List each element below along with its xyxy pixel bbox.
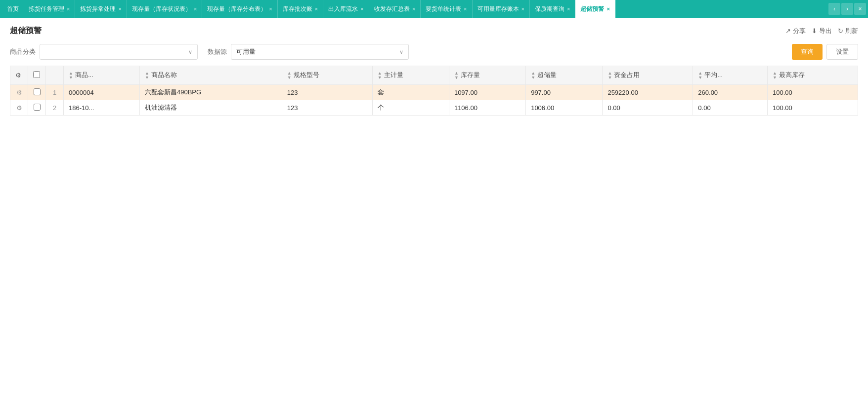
row-checkbox-cell	[28, 85, 46, 100]
close-tab-tab-baozhi-icon[interactable]: ×	[567, 6, 570, 12]
datasource-select-value: 可用量	[236, 47, 256, 56]
col-product-name[interactable]: ▲▼商品名称	[139, 66, 282, 85]
sort-avg-icon: ▲▼	[698, 71, 702, 80]
col-stock[interactable]: ▲▼库存量	[449, 66, 525, 85]
nav-tab-tab-baozhi[interactable]: 保质期查询×	[530, 0, 575, 18]
close-tab-tab-danjutj-icon[interactable]: ×	[464, 6, 467, 12]
close-tab-tab-kyzh-icon[interactable]: ×	[521, 6, 524, 12]
row-num: 2	[46, 100, 64, 116]
col-max-stock[interactable]: ▲▼最高库存	[767, 66, 858, 85]
share-button[interactable]: ↗ 分享	[785, 27, 806, 36]
max-stock: 100.00	[767, 85, 858, 100]
settings-button[interactable]: 设置	[826, 44, 858, 60]
page-actions: ↗ 分享 ⬇ 导出 ↻ 刷新	[785, 27, 858, 36]
filter-buttons: 查询 设置	[792, 44, 858, 60]
product-code: 0000004	[64, 85, 140, 100]
unit: 套	[372, 85, 449, 100]
nav-tab-tab-yichang[interactable]: 拣货异常处理×	[75, 0, 127, 18]
col-spec[interactable]: ▲▼规格型号	[282, 66, 372, 85]
close-tab-tab-huizong-icon[interactable]: ×	[412, 6, 415, 12]
gear-cell: ⚙	[10, 100, 28, 116]
close-tab-tab-chaochuyj-icon[interactable]: ×	[607, 6, 609, 12]
category-label: 商品分类	[10, 47, 36, 56]
spec: 123	[282, 100, 372, 116]
spec: 123	[282, 85, 372, 100]
col-avg[interactable]: ▲▼平均...	[693, 66, 768, 85]
sort-stock-icon: ▲▼	[454, 71, 459, 80]
nav-tab-tab-pici[interactable]: 库存批次账×	[278, 0, 323, 18]
max-stock: 100.00	[767, 100, 858, 116]
unit: 个	[372, 100, 449, 116]
product-name: 六配套新昌490BPG	[139, 85, 282, 100]
refresh-button[interactable]: ↻ 刷新	[838, 27, 858, 36]
close-tab-tab-pihuo-icon[interactable]: ×	[67, 6, 70, 12]
close-tab-tab-yichang-icon[interactable]: ×	[118, 6, 121, 12]
product-name: 机油滤清器	[139, 100, 282, 116]
stock: 1097.00	[449, 85, 525, 100]
col-gear[interactable]: ⚙	[10, 66, 28, 85]
nav-next-button[interactable]: ›	[841, 3, 853, 15]
nav-tab-tab-danjutj[interactable]: 要货单统计表×	[421, 0, 472, 18]
nav-tab-tab-kyzh[interactable]: 可用量库存账本×	[473, 0, 530, 18]
query-button[interactable]: 查询	[792, 44, 823, 60]
col-select-all[interactable]	[28, 66, 46, 85]
nav-tab-tab-liushui[interactable]: 出入库流水×	[323, 0, 369, 18]
close-tab-tab-xianzunl1-icon[interactable]: ×	[194, 6, 197, 12]
top-nav: 首页 拣货任务管理×拣货异常处理×现存量（库存状况表）×现存量（库存分布表）×库…	[0, 0, 868, 18]
avg: 0.00	[693, 100, 768, 116]
row-checkbox[interactable]	[34, 104, 41, 111]
table-row: ⚙2186-10...机油滤清器123个1106.001006.000.000.…	[10, 100, 858, 116]
nav-tab-tab-pihuo[interactable]: 拣货任务管理×	[24, 0, 75, 18]
export-button[interactable]: ⬇ 导出	[812, 27, 832, 36]
row-gear-icon[interactable]: ⚙	[16, 104, 22, 112]
sort-max-stock-icon: ▲▼	[773, 71, 777, 80]
stock: 1106.00	[449, 100, 525, 116]
page-title: 超储预警	[10, 26, 42, 36]
product-code: 186-10...	[64, 100, 140, 116]
sort-capital-icon: ▲▼	[608, 71, 612, 80]
col-unit[interactable]: ▲▼主计量	[372, 66, 449, 85]
col-capital[interactable]: ▲▼资金占用	[603, 66, 693, 85]
close-tab-tab-pici-icon[interactable]: ×	[315, 6, 318, 12]
capital: 0.00	[603, 100, 693, 116]
datasource-chevron-icon: ∨	[399, 49, 403, 55]
page-title-row: 超储预警 ↗ 分享 ⬇ 导出 ↻ 刷新	[10, 26, 858, 36]
table-row: ⚙10000004六配套新昌490BPG123套1097.00997.00259…	[10, 85, 858, 100]
row-gear-icon[interactable]: ⚙	[16, 89, 22, 96]
category-select[interactable]: ∨	[40, 44, 198, 60]
avg: 260.00	[693, 85, 768, 100]
category-filter: 商品分类 ∨	[10, 44, 198, 60]
nav-close-button[interactable]: ×	[854, 3, 866, 15]
nav-tab-tab-xianzunl2[interactable]: 现存量（库存分布表）×	[202, 0, 277, 18]
over-stock: 1006.00	[526, 100, 603, 116]
over-stock: 997.00	[526, 85, 603, 100]
close-tab-tab-liushui-icon[interactable]: ×	[360, 6, 363, 12]
sort-product-name-icon: ▲▼	[145, 71, 149, 80]
category-chevron-icon: ∨	[188, 49, 192, 55]
export-icon: ⬇	[812, 27, 817, 35]
nav-home[interactable]: 首页	[2, 5, 24, 13]
nav-tab-tab-xianzunl1[interactable]: 现存量（库存状况表）×	[127, 0, 202, 18]
table-header-row: ⚙ ▲▼商品... ▲▼商品名称 ▲▼规格型号 ▲▼主计量	[10, 66, 858, 85]
select-all-checkbox[interactable]	[33, 71, 40, 78]
datasource-filter: 数据源 可用量 ∨	[208, 44, 409, 60]
nav-prev-button[interactable]: ‹	[828, 3, 840, 15]
data-table: ⚙ ▲▼商品... ▲▼商品名称 ▲▼规格型号 ▲▼主计量	[10, 66, 858, 116]
sort-product-code-icon: ▲▼	[69, 71, 73, 80]
col-over-stock[interactable]: ▲▼超储量	[526, 66, 603, 85]
nav-tab-tab-chaochuyj[interactable]: 超储预警×	[575, 0, 615, 18]
page-content: 超储预警 ↗ 分享 ⬇ 导出 ↻ 刷新 商品分类 ∨ 数据源	[0, 18, 868, 123]
sort-spec-icon: ▲▼	[287, 71, 292, 80]
sort-over-stock-icon: ▲▼	[531, 71, 535, 80]
datasource-select[interactable]: 可用量 ∨	[231, 44, 409, 60]
share-icon: ↗	[785, 27, 791, 35]
close-tab-tab-xianzunl2-icon[interactable]: ×	[269, 6, 272, 12]
filter-row: 商品分类 ∨ 数据源 可用量 ∨ 查询 设置	[10, 44, 858, 60]
datasource-label: 数据源	[208, 47, 227, 56]
col-product-code[interactable]: ▲▼商品...	[64, 66, 140, 85]
refresh-icon: ↻	[838, 27, 843, 35]
col-rownum	[46, 66, 64, 85]
nav-tab-tab-huizong[interactable]: 收发存汇总表×	[369, 0, 421, 18]
gear-icon: ⚙	[15, 72, 21, 79]
row-checkbox[interactable]	[34, 88, 41, 95]
